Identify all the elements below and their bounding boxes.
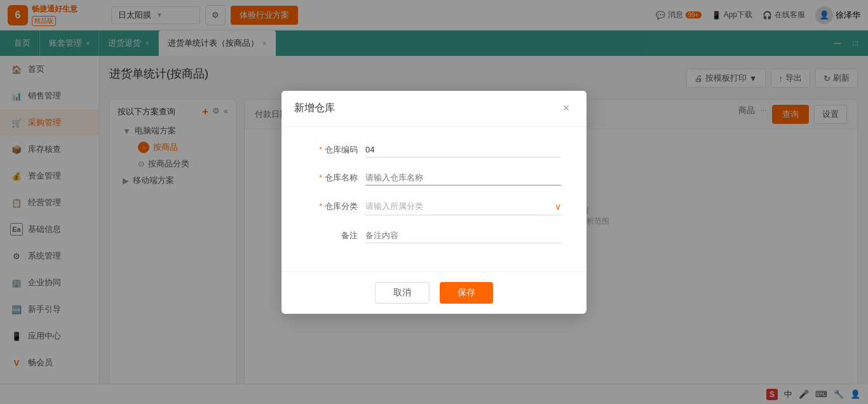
form-row-name: 仓库名称 <box>307 170 561 185</box>
form-row-code: 仓库编码 <box>307 142 561 158</box>
code-label: 仓库编码 <box>307 144 358 156</box>
remark-input[interactable] <box>365 228 561 243</box>
save-button[interactable]: 保存 <box>440 282 493 304</box>
new-warehouse-dialog: 新增仓库 × 仓库编码 仓库名称 仓库分类 请输入所属分类 ∨ <box>281 91 587 314</box>
dialog-body: 仓库编码 仓库名称 仓库分类 请输入所属分类 ∨ 备注 <box>281 127 587 271</box>
remark-label: 备注 <box>307 230 358 241</box>
form-row-category: 仓库分类 请输入所属分类 ∨ <box>307 198 561 215</box>
code-input[interactable] <box>365 142 561 158</box>
cancel-button[interactable]: 取消 <box>375 282 430 304</box>
name-label: 仓库名称 <box>307 172 358 184</box>
dialog-overlay: 新增仓库 × 仓库编码 仓库名称 仓库分类 请输入所属分类 ∨ <box>0 0 868 404</box>
category-label: 仓库分类 <box>307 201 358 212</box>
form-row-remark: 备注 <box>307 228 561 243</box>
dialog-header: 新增仓库 × <box>281 91 587 127</box>
dialog-close-button[interactable]: × <box>559 101 574 116</box>
name-input[interactable] <box>365 170 561 185</box>
dialog-title: 新增仓库 <box>294 102 335 115</box>
dialog-footer: 取消 保存 <box>281 271 587 314</box>
category-select[interactable]: 请输入所属分类 ∨ <box>365 198 561 215</box>
category-arrow-icon: ∨ <box>555 201 561 212</box>
